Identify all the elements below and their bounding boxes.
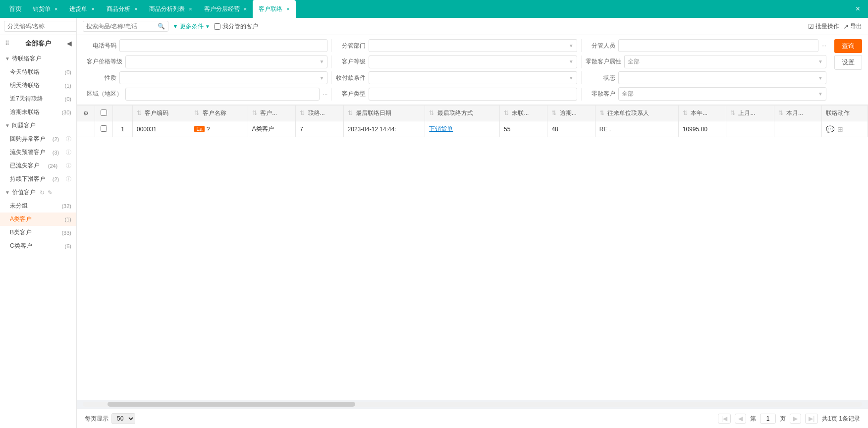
window-close-button[interactable]: × <box>852 4 864 13</box>
td-last-contact-date: 2023-04-12 14:44: <box>343 121 425 137</box>
sidebar-item-overdue-contact[interactable]: 逾期未联络 (30) <box>0 106 76 119</box>
td-gear <box>77 121 95 137</box>
customer-grade-label: 客户等级 <box>336 57 366 66</box>
tab-customer-segmentation[interactable]: 客户分层经营 × <box>198 0 253 18</box>
sidebar-item-class-c[interactable]: C类客户 (6) <box>0 239 76 253</box>
sort-date[interactable]: ⇅ <box>348 109 353 116</box>
tab-customer-contact[interactable]: 客户联络 × <box>253 0 295 18</box>
scatter-attr-select[interactable]: 全部 ▼ <box>624 55 826 68</box>
page-size-select[interactable]: 50 <box>111 413 135 424</box>
sort-last-month[interactable]: ⇅ <box>730 109 735 116</box>
customer-type-input[interactable] <box>369 88 577 101</box>
last-contact-method-link[interactable]: 下销货单 <box>429 125 453 132</box>
payment-select[interactable]: ▼ <box>369 71 577 84</box>
sort-name[interactable]: ⇅ <box>194 109 199 116</box>
next-page-button[interactable]: ▶ <box>790 414 801 424</box>
sidebar-item-class-b[interactable]: B类客户 (33) <box>0 226 76 239</box>
close-customer-segmentation[interactable]: × <box>244 0 247 18</box>
filter-cell-dept: 分管部门 ▼ <box>332 39 581 52</box>
sidebar-item-declining[interactable]: 持续下滑客户 (2) ⓘ <box>0 172 76 186</box>
filter-cell-scatter-attr: 零散客户属性 全部 ▼ <box>582 55 830 68</box>
phone-input[interactable] <box>119 39 327 52</box>
status-label: 状态 <box>586 74 615 82</box>
filter-search-input[interactable] <box>86 23 156 30</box>
filter-row-4: 区域（地区） ··· 客户类型 零散客户 全部 ▼ <box>83 87 830 101</box>
sidebar-group-value[interactable]: ▼ 价值客户 ↻ ✎ <box>0 186 76 199</box>
th-customer-name: ⇅ 客户名称 <box>190 106 248 121</box>
th-last-contact-date: ⇅ 最后联络日期 <box>343 106 425 121</box>
batch-operation-button[interactable]: 批量操作 <box>808 22 839 31</box>
page-input[interactable] <box>760 414 776 424</box>
th-customer-type: ⇅ 客户... <box>248 106 295 121</box>
close-product-analysis-list[interactable]: × <box>189 0 192 18</box>
close-product-analysis[interactable]: × <box>134 0 137 18</box>
sort-contact[interactable]: ⇅ <box>300 109 305 116</box>
tab-purchase-order[interactable]: 进货单 × <box>63 0 100 18</box>
sidebar-item-tomorrow-pending[interactable]: 明天待联络 (1) <box>0 79 76 92</box>
tab-product-analysis[interactable]: 商品分析 × <box>101 0 143 18</box>
nature-select[interactable]: ▼ <box>119 71 327 84</box>
sort-unit-contact[interactable]: ⇅ <box>599 109 604 116</box>
status-select[interactable]: ▼ <box>618 71 826 84</box>
region-dots[interactable]: ··· <box>323 91 327 98</box>
query-button[interactable]: 查询 <box>834 39 862 53</box>
sort-this-month[interactable]: ⇅ <box>778 109 783 116</box>
table-row: 1 000031 Ea ? A类客户 <box>77 121 868 137</box>
my-customers-checkbox[interactable] <box>214 23 220 30</box>
scrollbar-thumb[interactable] <box>108 402 355 407</box>
select-all-checkbox[interactable] <box>101 109 107 116</box>
scatter-customer-select[interactable]: 全部 ▼ <box>618 87 826 101</box>
prev-page-button[interactable]: ◀ <box>735 414 746 424</box>
close-sales-order[interactable]: × <box>54 0 57 18</box>
sort-this-year[interactable]: ⇅ <box>683 109 688 116</box>
region-input[interactable] <box>125 88 320 101</box>
sidebar-group-pending[interactable]: ▼ 待联络客户 <box>0 52 76 65</box>
first-page-button[interactable]: |◀ <box>718 414 731 424</box>
sidebar-item-unclassified[interactable]: 未分组 (32) <box>0 199 76 213</box>
th-checkbox <box>95 106 113 121</box>
th-this-month: ⇅ 本月... <box>774 106 821 121</box>
home-tab[interactable]: 首页 <box>4 0 27 18</box>
last-page-button[interactable]: ▶| <box>805 414 818 424</box>
sidebar-collapse-icon[interactable]: ◀ <box>67 40 71 47</box>
person-dots[interactable]: ··· <box>821 42 826 49</box>
sort-no-contact[interactable]: ⇅ <box>504 109 509 116</box>
sort-overdue[interactable]: ⇅ <box>551 109 556 116</box>
customer-grade-arrow: ▼ <box>569 59 574 64</box>
sidebar-search-input[interactable] <box>4 21 77 32</box>
price-grade-select[interactable]: ▼ <box>125 55 327 68</box>
sidebar-group-problem[interactable]: ▼ 问题客户 <box>0 119 76 132</box>
dept-select[interactable]: ▼ <box>369 39 577 52</box>
sidebar-item-class-a[interactable]: A类客户 (1) <box>0 213 76 226</box>
grid-icon[interactable]: ⊞ <box>837 125 843 133</box>
row-checkbox[interactable] <box>101 125 107 132</box>
close-purchase-order[interactable]: × <box>91 0 94 18</box>
th-unit-contact: ⇅ 往来单位联系人 <box>595 106 678 121</box>
tab-sales-order[interactable]: 销货单 × <box>27 0 63 18</box>
horizontal-scrollbar[interactable] <box>83 402 862 407</box>
th-overdue: ⇅ 逾期... <box>547 106 595 121</box>
more-conditions-button[interactable]: ▼ 更多条件 ▼ <box>172 22 210 31</box>
export-button[interactable]: 导出 <box>843 22 862 31</box>
close-customer-contact[interactable]: × <box>286 0 289 18</box>
sort-method[interactable]: ⇅ <box>429 109 434 116</box>
filter-search-icon[interactable]: 🔍 <box>158 23 165 30</box>
edit-icon[interactable]: ✎ <box>48 189 53 196</box>
settings-button[interactable]: 设置 <box>834 55 862 70</box>
chat-icon[interactable]: 💬 <box>826 125 834 133</box>
sidebar-item-today-pending[interactable]: 今天待联络 (0) <box>0 65 76 79</box>
sort-type[interactable]: ⇅ <box>252 109 257 116</box>
gear-icon[interactable]: ⚙ <box>83 110 89 117</box>
page-label: 第 <box>750 415 756 423</box>
tab-product-analysis-list[interactable]: 商品分析列表 × <box>143 0 198 18</box>
refresh-icon[interactable]: ↻ <box>40 189 45 196</box>
sidebar-item-7day-pending[interactable]: 近7天待联络 (0) <box>0 92 76 106</box>
customer-grade-select[interactable]: ▼ <box>369 55 577 68</box>
sidebar-all-customers-header: ⠿ 全部客户 ◀ <box>0 35 76 52</box>
sidebar-item-churn-warning[interactable]: 流失预警客户 (3) ⓘ <box>0 146 76 159</box>
sort-code[interactable]: ⇅ <box>137 109 142 116</box>
sidebar-item-churned[interactable]: 已流失客户 (24) ⓘ <box>0 159 76 172</box>
sidebar-item-repurchase-abnormal[interactable]: 回购异常客户 (2) ⓘ <box>0 132 76 146</box>
td-customer-type: A类客户 <box>248 121 295 137</box>
person-input[interactable] <box>618 39 818 52</box>
